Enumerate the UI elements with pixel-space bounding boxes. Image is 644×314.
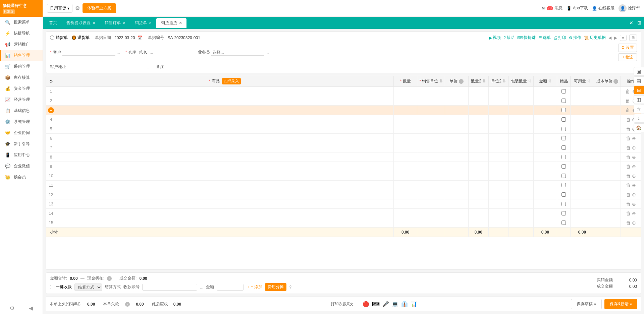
- tab-layout-btn[interactable]: ⊞: [636, 19, 643, 26]
- pkg-cell[interactable]: [508, 96, 533, 106]
- sidebar-item-sales[interactable]: 📊 销售管理: [0, 50, 43, 61]
- radio-sales-input[interactable]: [50, 36, 54, 40]
- radio-return-input[interactable]: [72, 36, 76, 40]
- qty2-cell[interactable]: [468, 87, 488, 96]
- delete-row-btn[interactable]: 🗑: [625, 136, 631, 141]
- note-input[interactable]: [165, 64, 637, 70]
- copy-row-btn[interactable]: ⊕: [631, 136, 637, 141]
- account-dots[interactable]: ...: [200, 285, 203, 290]
- delete-row-btn[interactable]: 🗑: [625, 211, 631, 216]
- delete-row-btn[interactable]: 🗑: [625, 117, 631, 122]
- onepay-checkbox[interactable]: 一键收款: [50, 284, 72, 290]
- copy-row-btn[interactable]: ⊕: [631, 211, 637, 216]
- tab-price-settings[interactable]: 售价提取设置 ✕: [62, 18, 100, 28]
- price-cell[interactable]: [445, 87, 468, 96]
- shortcuts-btn[interactable]: ⌨ 快捷键: [517, 35, 536, 41]
- qty2-cell[interactable]: [468, 96, 488, 106]
- product-input[interactable]: [58, 89, 391, 94]
- amount-cell[interactable]: [534, 106, 557, 115]
- sidebar-item-vip[interactable]: 👑 畅会员: [0, 172, 43, 183]
- tab-sales-order[interactable]: 销售订单 ✕: [100, 18, 130, 28]
- add-row-cell[interactable]: +: [46, 106, 56, 115]
- copy-row-btn[interactable]: ⊕: [631, 173, 637, 179]
- taskbar-icon-1[interactable]: 🔴: [363, 301, 369, 307]
- cost-cell[interactable]: [594, 106, 621, 115]
- gift-checkbox[interactable]: [561, 108, 566, 112]
- tab-sales-return[interactable]: 销货退货 ✕: [156, 18, 186, 28]
- radio-sales[interactable]: 销货单: [50, 35, 68, 41]
- gift-cell[interactable]: [557, 106, 571, 115]
- tab-home[interactable]: 首页: [44, 18, 62, 28]
- pkg-cell[interactable]: [508, 87, 533, 96]
- tab-sales-order-close[interactable]: ✕: [123, 21, 125, 25]
- float-btn-1[interactable]: ▣: [634, 67, 644, 76]
- unit2-cell[interactable]: [488, 87, 508, 96]
- gift-checkbox[interactable]: [561, 174, 566, 178]
- operate-btn[interactable]: ⚙ 操作: [569, 35, 581, 41]
- tab-close-all-btn[interactable]: ✕: [628, 19, 635, 26]
- sidebar-item-search[interactable]: 🔍 搜索菜单: [0, 17, 43, 28]
- gift-checkbox[interactable]: [561, 145, 566, 150]
- tab-sales-delivery[interactable]: 销货单 ✕: [130, 18, 156, 28]
- sidebar-item-marketing[interactable]: 📢 营销推广: [0, 39, 43, 50]
- float-btn-7[interactable]: 🏠: [634, 123, 644, 132]
- col-unit-sort-icon[interactable]: ⇅: [439, 79, 443, 83]
- taskbar-icon-5[interactable]: 👔: [401, 301, 408, 307]
- fee-btn[interactable]: 费用分摊: [265, 283, 286, 291]
- sidebar-item-enterprise[interactable]: 🤝 企业协同: [0, 127, 43, 138]
- float-btn-6[interactable]: ↕: [634, 114, 644, 123]
- copy-row-btn[interactable]: ⊕: [631, 154, 637, 160]
- unit-cell[interactable]: [417, 96, 445, 106]
- notification-item[interactable]: ✉ 70 消息: [542, 5, 562, 11]
- list-view-btn[interactable]: ≡: [620, 35, 627, 41]
- col-amount-sort-icon[interactable]: ⇅: [548, 79, 551, 83]
- sidebar-item-appstore[interactable]: 📱 应用中心: [0, 149, 43, 161]
- warehouse-dots[interactable]: ...: [150, 50, 153, 55]
- float-btn-5[interactable]: ☆: [634, 105, 644, 113]
- save-new-btn[interactable]: 保存&新增 ▾: [604, 299, 637, 309]
- grid-view-btn[interactable]: ⊞: [629, 35, 637, 41]
- onepay-input[interactable]: [50, 285, 54, 289]
- float-btn-4[interactable]: ▥: [634, 95, 644, 104]
- copy-row-btn[interactable]: ⊕: [631, 201, 637, 207]
- cost-cell[interactable]: [594, 96, 621, 106]
- cost-cell[interactable]: [594, 87, 621, 96]
- delete-row-btn[interactable]: 🗑: [625, 183, 631, 188]
- unit-cell[interactable]: [417, 106, 445, 115]
- add-row-btn[interactable]: +: [48, 107, 54, 113]
- delete-row-btn[interactable]: 🗑: [625, 201, 631, 207]
- calendar-icon[interactable]: 📅: [138, 36, 143, 40]
- qty-cell[interactable]: [394, 106, 417, 115]
- tab-price-settings-close[interactable]: ✕: [93, 21, 95, 25]
- amount-input[interactable]: [217, 284, 244, 291]
- delete-row-btn[interactable]: 🗑: [625, 126, 631, 132]
- delete-row-btn[interactable]: 🗑: [625, 145, 631, 150]
- gift-checkbox[interactable]: [561, 221, 566, 225]
- sidebar-item-basic[interactable]: 📋 基础信息: [0, 105, 43, 116]
- tab-sales-delivery-close[interactable]: ✕: [149, 21, 152, 25]
- sidebar-item-inventory[interactable]: 📦 库存核算: [0, 72, 43, 83]
- barcode-btn[interactable]: 扫码录入: [222, 78, 241, 84]
- help-btn[interactable]: ? 帮助: [503, 35, 515, 41]
- customer-input[interactable]: [62, 49, 115, 56]
- amount-cell[interactable]: [534, 87, 557, 96]
- delete-row-btn[interactable]: 🗑: [625, 98, 631, 104]
- tab-sales-return-close[interactable]: ✕: [179, 21, 182, 25]
- address-input[interactable]: [67, 64, 146, 70]
- avail-cell[interactable]: [571, 106, 594, 115]
- settlement-select[interactable]: 结算方式: [74, 284, 102, 291]
- gift-cell[interactable]: [557, 87, 571, 96]
- breadcrumb-select[interactable]: 日用百货 ▾: [47, 4, 72, 13]
- price-cell[interactable]: [445, 96, 468, 106]
- delete-row-btn[interactable]: 🗑: [625, 220, 631, 226]
- col-cost-info-icon[interactable]: i: [613, 79, 618, 84]
- avail-cell[interactable]: [571, 96, 594, 106]
- copy-row-btn[interactable]: ⊕: [631, 145, 637, 150]
- delete-row-btn[interactable]: 🗑: [625, 173, 631, 179]
- qty2-cell[interactable]: [468, 106, 488, 115]
- product-cell[interactable]: [56, 87, 394, 96]
- sidebar-item-wechat[interactable]: 💬 企业微信: [0, 161, 43, 172]
- product-cell[interactable]: [56, 96, 394, 106]
- delete-row-btn[interactable]: 🗑: [625, 108, 631, 113]
- amount-cell[interactable]: [534, 96, 557, 106]
